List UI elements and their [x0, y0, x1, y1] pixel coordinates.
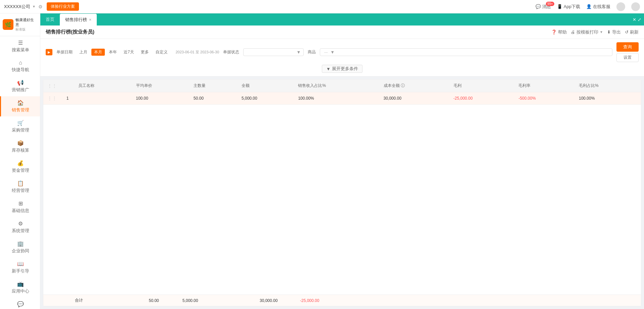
date-range-text: 2023-06-01 至 2023-06-30	[176, 50, 219, 55]
date-tab-7days[interactable]: 近7天	[121, 49, 137, 56]
tab-actions: ✕ ⤢	[633, 17, 644, 22]
export-button[interactable]: ⬇ 导出	[607, 29, 621, 35]
row-drag: ⋮⋮	[43, 92, 61, 105]
status-chevron-icon: ▼	[296, 50, 301, 55]
inventory-icon: 📦	[17, 140, 24, 146]
date-tabs: 上月 本月 本年 近7天 更多 自定义	[77, 49, 170, 56]
trial-button[interactable]: 体验行业方案	[47, 2, 79, 11]
sidebar-label-purchase: 采购管理	[12, 127, 29, 133]
row-sales-ratio: 100.00%	[294, 92, 379, 105]
right-panel: 查询 设置	[616, 42, 639, 62]
sidebar-item-guide[interactable]: 📖 新手引导	[0, 257, 40, 277]
export-icon: ⬇	[607, 30, 611, 35]
col-sales-ratio: 销售收入占比%	[294, 80, 379, 92]
row-avg-price: 100.00	[132, 92, 190, 105]
col-gross-rate: 毛利率	[514, 80, 575, 92]
tab-bar: 首页 销售排行榜 × ✕ ⤢	[40, 13, 644, 25]
base-icon: ⊞	[18, 200, 23, 207]
sidebar-item-apps[interactable]: 📺 应用中心	[0, 277, 40, 298]
company-selector[interactable]: XXXXXX公司 ▼	[4, 4, 36, 10]
content-area: 首页 销售排行榜 × ✕ ⤢ 销售排行榜(按业务员) ❓ 帮助	[40, 13, 644, 309]
service-label: 在线客服	[593, 4, 610, 10]
sidebar-label-marketing: 营销推广	[12, 87, 29, 93]
print-button[interactable]: 🖨 按模板打印 ▼	[571, 29, 603, 35]
sidebar-item-finance[interactable]: 💰 资金管理	[0, 157, 40, 177]
help-icon: ❓	[551, 30, 557, 35]
refresh-button[interactable]: ↺ 刷新	[625, 29, 639, 35]
query-button[interactable]: 查询	[616, 42, 639, 52]
footer-gross: -25,000.00	[296, 298, 323, 303]
sidebar-item-collab[interactable]: 🏢 企业协同	[0, 237, 40, 257]
sidebar-item-marketing[interactable]: 📢 营销推广	[0, 76, 40, 96]
export-label: 导出	[612, 29, 621, 35]
print-icon: 🖨	[571, 30, 575, 35]
sidebar-label-system: 系统管理	[12, 228, 29, 234]
app-download-button[interactable]: 📱 App下载	[557, 4, 580, 10]
logo-sub: 标准版	[15, 27, 37, 32]
status-select[interactable]: ▼	[243, 48, 304, 56]
app-icon: 📱	[557, 4, 562, 9]
avatar[interactable]	[616, 2, 625, 11]
row-rank: 1	[61, 92, 74, 105]
table-row: ⋮⋮ 1 100.00 50.00 5,000.00 100.00% 30,00…	[43, 92, 641, 105]
row-gross-ratio: 100.00%	[575, 92, 641, 105]
tab-minimize-icon[interactable]: ✕	[633, 17, 636, 22]
filter-toggle-button[interactable]: ▶	[46, 49, 52, 55]
date-tab-more[interactable]: 更多	[138, 49, 152, 56]
sidebar-item-sales[interactable]: 🏠 销售管理	[0, 96, 40, 116]
settings-button[interactable]: 设置	[616, 53, 639, 62]
marketing-icon: 📢	[17, 80, 24, 86]
settings-icon[interactable]: ⚙	[38, 4, 43, 9]
help-label: 帮助	[558, 29, 567, 35]
expand-chevron-icon: ▼	[326, 66, 331, 71]
avatar2[interactable]	[631, 2, 640, 11]
col-employee: 员工名称	[74, 80, 132, 92]
expand-row: ▼ 展开更多条件	[46, 65, 639, 73]
date-tab-this-month[interactable]: 本月	[91, 49, 105, 56]
main-layout: 🌿 畅康通好生意 标准版 ☰ 搜索菜单 ⌂ 快捷导航 📢 营销推广 🏠 销售管理…	[0, 13, 644, 309]
col-rank	[61, 80, 74, 92]
footer-label: 合计	[71, 298, 111, 303]
sidebar-label-quick: 快捷导航	[12, 67, 29, 73]
refresh-icon: ↺	[625, 30, 629, 35]
message-badge: 99+	[546, 2, 554, 6]
col-amount: 全额	[238, 80, 294, 92]
sidebar-item-wechat[interactable]: 💬 企业微信	[0, 298, 40, 309]
help-button[interactable]: ❓ 帮助	[551, 29, 567, 35]
company-name: XXXXXX公司	[4, 4, 30, 10]
message-button[interactable]: 💬 消息 99+	[535, 4, 551, 10]
service-button[interactable]: 👤 在线客服	[586, 4, 610, 10]
expand-button[interactable]: ▼ 展开更多条件	[322, 65, 362, 73]
top-bar: XXXXXX公司 ▼ ⚙ 体验行业方案 💬 消息 99+ 📱 App下载 👤 在…	[0, 0, 644, 13]
sidebar-item-inventory[interactable]: 📦 库存核算	[0, 137, 40, 157]
tab-home-label: 首页	[46, 16, 54, 22]
goods-select[interactable]: ··· ▼	[320, 48, 612, 56]
apps-icon: 📺	[17, 281, 24, 287]
sidebar-label-apps: 应用中心	[12, 288, 29, 294]
sidebar-item-search[interactable]: ☰ 搜索菜单	[0, 36, 40, 56]
sidebar-item-base[interactable]: ⊞ 基础信息	[0, 197, 40, 217]
tab-close-icon[interactable]: ×	[89, 17, 91, 22]
date-tab-last-month[interactable]: 上月	[77, 49, 90, 56]
goods-chevron-icon: ▼	[330, 50, 335, 55]
purchase-icon: 🛒	[17, 120, 24, 126]
sidebar-item-purchase[interactable]: 🛒 采购管理	[0, 116, 40, 137]
tab-home[interactable]: 首页	[40, 13, 60, 25]
date-tab-custom[interactable]: 自定义	[153, 49, 170, 56]
col-qty: 主数量	[189, 80, 238, 92]
sidebar-item-system[interactable]: ⚙ 系统管理	[0, 217, 40, 237]
col-cost: 成本全额 ⓘ	[380, 80, 449, 92]
tab-expand-icon[interactable]: ⤢	[638, 17, 641, 22]
logo-text: 畅康通好生意	[15, 17, 37, 27]
row-gross: -25,000.00	[449, 92, 515, 105]
tab-sales-rank[interactable]: 销售排行榜 ×	[60, 14, 97, 26]
logo-icon: 🌿	[3, 19, 13, 30]
sidebar-label-search: 搜索菜单	[12, 47, 29, 53]
refresh-label: 刷新	[630, 29, 639, 35]
sidebar-item-operations[interactable]: 📋 经营管理	[0, 177, 40, 197]
page-actions: ❓ 帮助 🖨 按模板打印 ▼ ⬇ 导出 ↺ 刷新	[551, 29, 639, 35]
sidebar-item-quick[interactable]: ⌂ 快捷导航	[0, 56, 40, 76]
col-gross: 毛利	[449, 80, 515, 92]
sidebar-label-base: 基础信息	[12, 208, 29, 214]
date-tab-this-year[interactable]: 本年	[106, 49, 120, 56]
